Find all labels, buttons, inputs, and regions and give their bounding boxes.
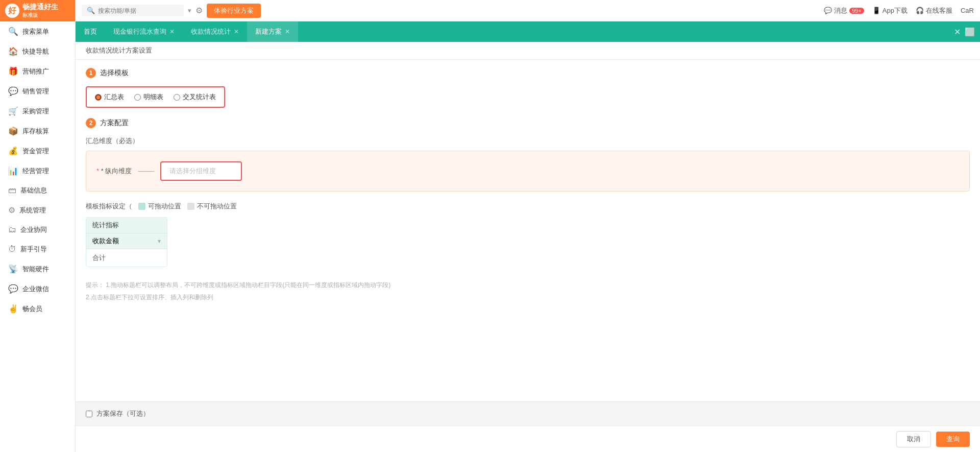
sidebar-item-smart-hardware[interactable]: 📡 智能硬件 — [0, 259, 75, 279]
wechat-icon: 💬 — [8, 284, 18, 294]
sidebar-item-marketing[interactable]: 🎁 营销推广 — [0, 61, 75, 81]
sidebar-item-label: 销售管理 — [22, 87, 49, 96]
tips-section: 提示： 1.拖动标题栏可以调整布局，不可跨维度或指标区域拖动栏目字段(只能在同一… — [86, 279, 970, 303]
tab-payment-stats[interactable]: 收款情况统计 ✕ — [183, 21, 247, 42]
tab-new-plan-close-icon[interactable]: ✕ — [285, 29, 290, 35]
sidebar-item-quick-nav[interactable]: 🏠 快捷导航 — [0, 41, 75, 61]
radio-cross-input[interactable] — [174, 94, 180, 101]
arrow-icon: —— — [138, 166, 154, 176]
chart-icon: 📊 — [8, 166, 18, 176]
required-star: * — [96, 167, 99, 175]
online-service-button[interactable]: 🎧 在线客服 — [916, 6, 952, 15]
indicator-toggle-row: 模板指标设定（ 可拖动位置 不可拖动位置 — [86, 202, 970, 211]
sidebar-item-basic-info[interactable]: 🗃 基础信息 — [0, 181, 75, 200]
plan-save-row: 方案保存（可选） — [76, 401, 980, 425]
sidebar-item-enterprise-collab[interactable]: 🗂 企业协同 — [0, 220, 75, 240]
indicator-label-text: 模板指标设定（ — [86, 202, 132, 211]
dim-placeholder: 请选择分组维度 — [169, 167, 216, 175]
message-label: 消息 — [834, 6, 847, 15]
close-window-icon[interactable]: ✕ — [954, 27, 961, 37]
undroppable-toggle: 不可拖动位置 — [187, 202, 237, 211]
tab-new-plan[interactable]: 新建方案 ✕ — [247, 21, 298, 42]
tab-home[interactable]: 首页 — [76, 21, 105, 42]
download-label: App下载 — [883, 6, 908, 15]
search-box[interactable]: 🔍 — [82, 5, 184, 16]
page-header: 收款情况统计方案设置 — [76, 42, 980, 60]
radio-detail[interactable]: 明细表 — [134, 92, 163, 102]
message-icon: 💬 — [824, 7, 832, 14]
page-header-title: 收款情况统计方案设置 — [86, 46, 152, 54]
main-area: 🔍 ▾ ⚙ 体验行业方案 💬 消息 99+ 📱 App下载 🎧 在线客服 CaR — [76, 0, 980, 452]
sidebar-item-finance[interactable]: 💰 资金管理 — [0, 141, 75, 161]
sidebar-item-label: 系统管理 — [19, 206, 46, 215]
section2-label: 2 方案配置 — [86, 118, 970, 128]
collab-icon: 🗂 — [8, 225, 16, 234]
sidebar-item-enterprise-wechat[interactable]: 💬 企业微信 — [0, 279, 75, 299]
tip-2: 2.点击标题栏下拉可设置排序、插入列和删除列 — [86, 291, 970, 303]
indicator-row-total: 合计 — [86, 249, 167, 267]
settings-icon[interactable]: ⚙ — [195, 6, 203, 15]
sidebar-item-search-menu[interactable]: 🔍 搜索菜单 — [0, 21, 75, 41]
topbar: 🔍 ▾ ⚙ 体验行业方案 💬 消息 99+ 📱 App下载 🎧 在线客服 CaR — [76, 0, 980, 21]
logo-icon: 好 — [5, 4, 19, 18]
maximize-icon[interactable]: ⬜ — [965, 27, 975, 37]
indicator-col-row[interactable]: 收款金额 ▾ — [86, 233, 167, 249]
indicator-header-label: 统计指标 — [92, 221, 119, 230]
dim-select-box[interactable]: 请选择分组维度 — [160, 161, 242, 181]
service-icon: 🎧 — [916, 7, 924, 14]
tab-bank-flow-close-icon[interactable]: ✕ — [169, 29, 175, 35]
vertical-dim-text: * 纵向维度 — [101, 167, 132, 175]
logo-sub-text: 标准版 — [22, 12, 58, 19]
plan-save-checkbox[interactable] — [86, 411, 92, 417]
template-row: 汇总表 明细表 交叉统计表 — [86, 86, 225, 108]
tab-bank-flow[interactable]: 现金银行流水查询 ✕ — [105, 21, 183, 42]
section1-title: 选择模板 — [100, 68, 129, 78]
radio-summary[interactable]: 汇总表 — [95, 92, 124, 102]
query-button[interactable]: 查询 — [936, 432, 970, 447]
tip-1: 提示： 1.拖动标题栏可以调整布局，不可跨维度或指标区域拖动栏目字段(只能在同一… — [86, 279, 970, 291]
search-menu-icon: 🔍 — [8, 27, 18, 36]
plan-save-label: 方案保存（可选） — [96, 409, 150, 418]
tab-home-label: 首页 — [84, 27, 97, 36]
section2-content: 汇总维度（必选） * * 纵向维度 —— 请选择分组维度 — [86, 136, 970, 303]
tab-bank-flow-label: 现金银行流水查询 — [113, 27, 166, 36]
section1-number: 1 — [86, 68, 96, 78]
sidebar-item-purchase[interactable]: 🛒 采购管理 — [0, 101, 75, 121]
sidebar-item-operations[interactable]: 📊 经营管理 — [0, 161, 75, 181]
radio-summary-input[interactable] — [95, 94, 102, 101]
sidebar-item-inventory[interactable]: 📦 库存核算 — [0, 121, 75, 141]
droppable-box-icon — [138, 203, 145, 210]
dropdown-arrow-icon[interactable]: ▾ — [188, 7, 191, 14]
dim-row: * * 纵向维度 —— 请选择分组维度 — [96, 161, 242, 181]
content-area: 收款情况统计方案设置 1 选择模板 汇总表 明细表 交叉统计表 — [76, 42, 980, 452]
tab-payment-stats-label: 收款情况统计 — [191, 27, 231, 36]
sidebar-item-new-guide[interactable]: ⏱ 新手引导 — [0, 240, 75, 259]
sidebar-item-label: 营销推广 — [22, 67, 49, 76]
radio-detail-input[interactable] — [134, 94, 141, 101]
sidebar-item-label: 智能硬件 — [22, 265, 49, 274]
cancel-button[interactable]: 取消 — [896, 431, 931, 447]
chevron-down-icon[interactable]: ▾ — [158, 237, 161, 245]
section1-label: 1 选择模板 — [86, 68, 970, 78]
tab-payment-stats-close-icon[interactable]: ✕ — [234, 29, 239, 35]
sidebar-item-label: 新手引导 — [20, 245, 47, 254]
radio-cross[interactable]: 交叉统计表 — [174, 92, 216, 102]
sidebar-item-members[interactable]: ✌ 畅会员 — [0, 299, 75, 319]
vertical-dim-label: * * 纵向维度 — [96, 166, 132, 176]
search-input[interactable] — [98, 7, 175, 14]
app-download-button[interactable]: 📱 App下载 — [872, 6, 908, 15]
message-button[interactable]: 💬 消息 99+ — [824, 6, 864, 15]
service-label: 在线客服 — [926, 6, 952, 15]
sidebar-item-sales[interactable]: 💬 销售管理 — [0, 81, 75, 101]
download-icon: 📱 — [872, 7, 880, 14]
user-avatar[interactable]: CaR — [961, 7, 974, 14]
sidebar-item-label: 库存核算 — [22, 127, 49, 136]
cart-icon: 🛒 — [8, 106, 18, 116]
undroppable-label: 不可拖动位置 — [197, 202, 237, 211]
sidebar-item-label: 搜索菜单 — [22, 27, 49, 36]
sidebar-item-label: 基础信息 — [20, 186, 47, 195]
sidebar-item-label: 快捷导航 — [22, 47, 49, 56]
trial-button[interactable]: 体验行业方案 — [207, 4, 261, 18]
sidebar-item-system[interactable]: ⚙ 系统管理 — [0, 200, 75, 220]
sidebar: 好 畅捷通好生 标准版 🔍 搜索菜单 🏠 快捷导航 🎁 营销推广 💬 销售管理 … — [0, 0, 76, 452]
